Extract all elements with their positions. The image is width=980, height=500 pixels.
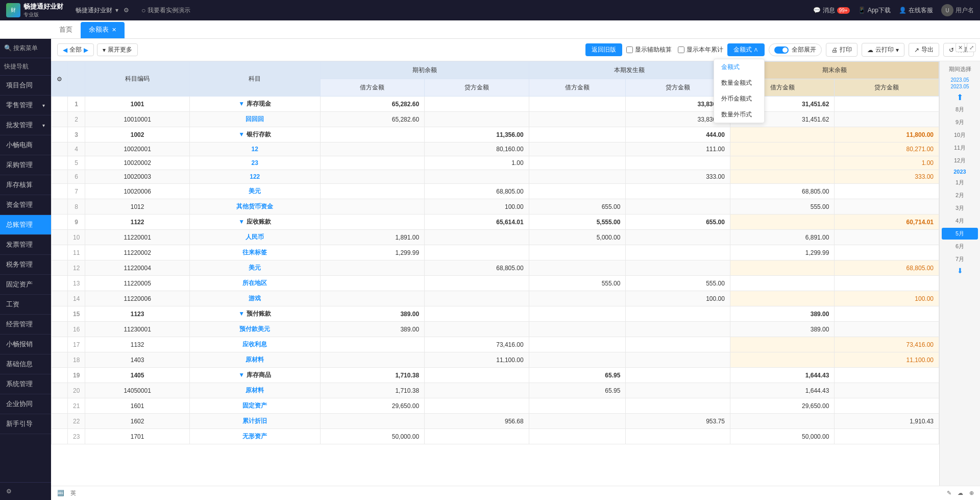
tab-balance[interactable]: 余额表 ✕ <box>81 22 125 38</box>
yearly-checkbox[interactable] <box>678 46 684 53</box>
sidebar-item-operations[interactable]: 经营管理 <box>0 315 51 335</box>
name-cell[interactable]: 无形资产 <box>189 429 320 444</box>
status-icon-4[interactable]: ☁ <box>958 490 963 496</box>
sidebar-item-assets[interactable]: 固定资产 <box>0 275 51 295</box>
name-cell[interactable]: 人民币 <box>189 230 320 245</box>
dropdown-item-amount[interactable]: 金额式 <box>714 59 764 75</box>
expand-more-btn[interactable]: ▾ 展开更多 <box>97 43 138 56</box>
month-7[interactable]: 7月 <box>942 253 978 265</box>
close-btn[interactable]: ✕ <box>955 43 965 52</box>
name-cell[interactable]: 美元 <box>189 184 320 199</box>
name-cell[interactable]: 回回回 <box>189 112 320 127</box>
sidebar-item-inventory[interactable]: 库存核算 <box>0 175 51 195</box>
sidebar-item-project[interactable]: 项目合同 <box>0 76 51 96</box>
table-row[interactable]: 1 1001 ▼库存现金 65,282.60 33,830.98 31,451.… <box>52 97 939 112</box>
table-row[interactable]: 13 11220005 所在地区 555.00 555.00 <box>52 276 939 291</box>
month-4[interactable]: 4月 <box>942 215 978 227</box>
name-cell[interactable]: 原材料 <box>189 352 320 368</box>
month-5[interactable]: 5月 <box>942 228 978 240</box>
table-row[interactable]: 23 1701 无形资产 50,000.00 50,000.00 <box>52 429 939 444</box>
sidebar-item-system[interactable]: 系统管理 <box>0 374 51 394</box>
table-row[interactable]: 3 1002 ▼银行存款 11,356.00 444.00 11,800.00 <box>52 127 939 142</box>
code-header[interactable]: 科目编码 <box>85 62 190 97</box>
name-cell[interactable]: 应收利息 <box>189 337 320 352</box>
table-row[interactable]: 20 14050001 原材料 1,710.38 65.95 1,644.43 <box>52 383 939 398</box>
name-cell[interactable]: 预付款美元 <box>189 322 320 337</box>
dropdown-item-qty-amount[interactable]: 数量金额式 <box>714 75 764 91</box>
sidebar-item-invoice[interactable]: 发票管理 <box>0 235 51 255</box>
sidebar-item-capital[interactable]: 资金管理 <box>0 195 51 215</box>
name-cell[interactable]: 所在地区 <box>189 276 320 291</box>
table-row[interactable]: 4 10020001 12 80,160.00 111.00 80,271.00 <box>52 142 939 156</box>
sidebar-item-basic[interactable]: 基础信息 <box>0 354 51 374</box>
month-6[interactable]: 6月 <box>942 241 978 252</box>
sidebar-item-wholesale[interactable]: 批发管理 ▾ <box>0 115 51 135</box>
expand-window-btn[interactable]: ⤢ <box>967 43 976 52</box>
sidebar-item-cooperation[interactable]: 企业协同 <box>0 394 51 414</box>
message-btn[interactable]: 💬 消息 99+ <box>813 6 850 15</box>
month-12[interactable]: 12月 <box>942 155 978 166</box>
table-row[interactable]: 17 1132 应收利息 73,416.00 73,416.00 <box>52 337 939 352</box>
settings-icon[interactable]: ⚙ <box>124 7 129 14</box>
settings-col-header[interactable]: ⚙ <box>52 62 68 97</box>
mode-btn[interactable]: 金额式 ∧ <box>727 43 765 56</box>
sidebar-item-report[interactable]: 小畅报销 <box>0 335 51 354</box>
return-old-btn[interactable]: 返回旧版 <box>585 43 622 56</box>
sidebar-item-tax[interactable]: 税务管理 <box>0 255 51 275</box>
month-10[interactable]: 10月 <box>942 129 978 141</box>
table-row[interactable]: 19 1405 ▼库存商品 1,710.38 65.95 1,644.43 <box>52 368 939 383</box>
sidebar-item-retail[interactable]: 零售管理 ▾ <box>0 96 51 115</box>
toggle-switch[interactable] <box>774 46 789 54</box>
sidebar-item-purchase[interactable]: 采购管理 <box>0 155 51 175</box>
print-btn[interactable]: 🖨 打印 <box>826 43 857 57</box>
month-1[interactable]: 1月 <box>942 177 978 188</box>
sidebar-item-ledger[interactable]: 总账管理 <box>0 215 51 235</box>
period-start[interactable]: 2023.05 <box>950 77 969 83</box>
name-cell[interactable]: 其他货币资金 <box>189 199 320 215</box>
year-2023[interactable]: 2023 <box>953 169 966 175</box>
export-btn[interactable]: ↗ 导出 <box>909 43 939 57</box>
table-row[interactable]: 10 11220001 人民币 1,891.00 5,000.00 6,891.… <box>52 230 939 245</box>
sidebar-item-guide[interactable]: 新手引导 <box>0 414 51 434</box>
name-cell[interactable]: 122 <box>189 170 320 184</box>
app-download-btn[interactable]: 📱 App下载 <box>858 6 891 15</box>
demo-label[interactable]: 我要看实例演示 <box>148 6 190 15</box>
table-row[interactable]: 18 1403 原材料 11,100.00 11,100.00 <box>52 352 939 368</box>
month-2[interactable]: 2月 <box>942 189 978 201</box>
table-row[interactable]: 22 1602 累计折旧 956.68 953.75 1,910.43 <box>52 414 939 429</box>
table-row[interactable]: 21 1601 固定资产 29,650.00 29,650.00 <box>52 398 939 414</box>
table-row[interactable]: 11 11220002 往来标签 1,299.99 1,299.99 <box>52 245 939 260</box>
expand-up-icon[interactable]: ⬆ <box>957 92 963 102</box>
table-row[interactable]: 2 10010001 回回回 65,282.60 33,830.98 31,45… <box>52 112 939 127</box>
expand-all-toggle[interactable]: 全部展开 <box>769 43 822 56</box>
name-cell[interactable]: 美元 <box>189 260 320 276</box>
month-3[interactable]: 3月 <box>942 202 978 214</box>
table-row[interactable]: 16 11230001 预付款美元 389.00 389.00 <box>52 322 939 337</box>
name-cell[interactable]: 游戏 <box>189 291 320 306</box>
chevron-down-icon[interactable]: ▾ <box>115 7 118 14</box>
status-icon-3[interactable]: ✎ <box>947 490 951 496</box>
table-row[interactable]: 12 11220004 美元 68,805.00 68,805.00 <box>52 260 939 276</box>
status-icon-2[interactable]: 英 <box>70 489 76 497</box>
dropdown-item-qty-foreign[interactable]: 数量外币式 <box>714 107 764 123</box>
name-cell[interactable]: 固定资产 <box>189 398 320 414</box>
name-header[interactable]: 科目 <box>189 62 320 97</box>
cloud-print-btn[interactable]: ☁ 云打印 ▾ <box>862 43 904 57</box>
table-row[interactable]: 8 1012 其他货币资金 100.00 655.00 555.00 <box>52 199 939 215</box>
show-assist-check[interactable]: 显示辅助核算 <box>626 45 672 54</box>
tab-home[interactable]: 首页 <box>51 22 81 38</box>
name-cell[interactable]: 往来标签 <box>189 245 320 260</box>
assist-checkbox[interactable] <box>626 46 633 53</box>
table-row[interactable]: 7 10020006 美元 68,805.00 68,805.00 <box>52 184 939 199</box>
month-9[interactable]: 9月 <box>942 116 978 128</box>
name-cell[interactable]: 12 <box>189 142 320 156</box>
sidebar-settings[interactable]: ⚙ <box>0 482 51 500</box>
name-cell[interactable]: 原材料 <box>189 383 320 398</box>
table-row[interactable]: 14 11220006 游戏 100.00 100.00 <box>52 291 939 306</box>
table-row[interactable]: 15 1123 ▼预付账款 389.00 389.00 <box>52 306 939 322</box>
sidebar-search[interactable]: 🔍 搜索菜单 <box>0 39 51 58</box>
online-service-btn[interactable]: 👤 在线客服 <box>899 6 933 15</box>
table-row[interactable]: 9 1122 ▼应收账款 65,614.01 5,555.00 655.00 6… <box>52 215 939 230</box>
breadcrumb-all-btn[interactable]: ◀ 全部 ▶ <box>57 43 94 56</box>
table-row[interactable]: 6 10020003 122 333.00 333.00 <box>52 170 939 184</box>
